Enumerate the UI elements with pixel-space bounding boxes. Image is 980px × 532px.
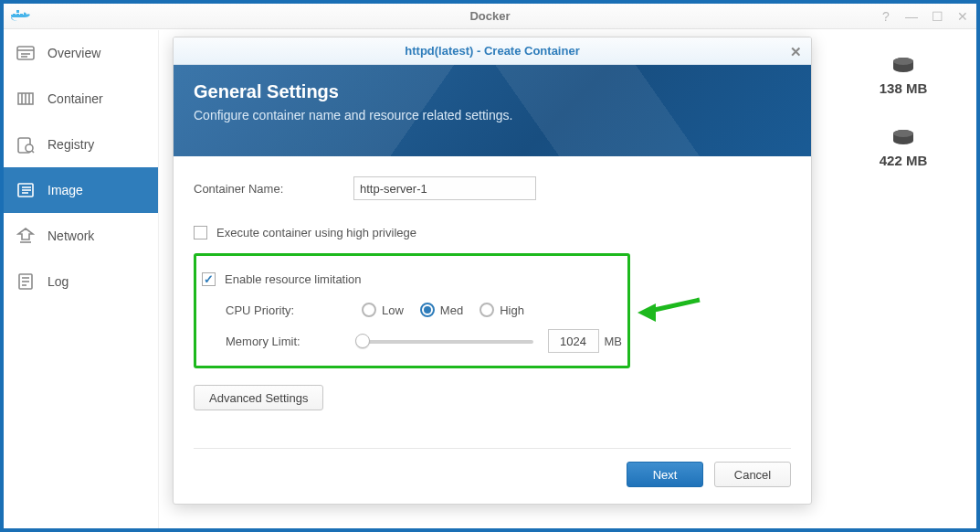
titlebar: Docker ? — ☐ ✕ (4, 4, 976, 29)
create-container-modal: httpd(latest) - Create Container ✕ Gener… (173, 37, 812, 505)
memory-limit-slider[interactable] (357, 334, 533, 348)
network-icon (16, 227, 35, 245)
modal-header-title: General Settings (194, 81, 791, 102)
svg-point-13 (26, 144, 33, 152)
cancel-button[interactable]: Cancel (714, 462, 791, 487)
stats-panel: 138 MB 422 MB (830, 40, 976, 185)
docker-whale-icon (11, 8, 31, 27)
log-icon (16, 272, 35, 291)
stat-value: 422 MB (880, 153, 928, 168)
modal-close-icon[interactable]: ✕ (790, 44, 802, 60)
close-icon[interactable]: ✕ (956, 10, 969, 23)
modal-header: General Settings Configure container nam… (174, 65, 811, 156)
app-window: Docker ? — ☐ ✕ Overview Container Regist… (0, 0, 980, 532)
sidebar-item-label: Log (47, 274, 68, 289)
modal-header-subtitle: Configure container name and resource re… (194, 108, 791, 122)
sidebar-item-network[interactable]: Network (4, 213, 158, 259)
svg-rect-4 (17, 47, 34, 59)
maximize-icon[interactable]: ☐ (931, 10, 943, 23)
next-button[interactable]: Next (627, 462, 703, 487)
sidebar-item-label: Network (47, 229, 94, 243)
sidebar-item-overview[interactable]: Overview (4, 30, 158, 76)
sidebar-item-log[interactable]: Log (4, 259, 158, 304)
sidebar-item-label: Image (47, 183, 83, 197)
memory-limit-input[interactable] (548, 329, 599, 353)
image-icon (16, 181, 35, 199)
resource-limitation-highlight: Enable resource limitation CPU Priority:… (194, 253, 630, 368)
svg-marker-19 (18, 229, 33, 239)
container-name-label: Container Name: (194, 182, 353, 196)
sidebar: Overview Container Registry Image Networ… (4, 30, 159, 528)
sidebar-item-image[interactable]: Image (4, 167, 158, 213)
svg-point-26 (893, 58, 913, 65)
stat-item: 422 MB (830, 112, 976, 185)
cpu-high-label: High (500, 303, 524, 317)
modal-title: httpd(latest) - Create Container (405, 44, 579, 58)
sidebar-item-label: Overview (47, 46, 100, 60)
modal-body: Container Name: Execute container using … (174, 156, 811, 410)
help-icon[interactable]: ? (880, 10, 892, 23)
cpu-priority-label: CPU Priority: (226, 303, 362, 317)
cpu-high-radio[interactable] (479, 303, 494, 317)
sidebar-item-container[interactable]: Container (4, 76, 158, 122)
sidebar-item-label: Registry (47, 137, 94, 152)
cpu-low-radio[interactable] (362, 303, 376, 317)
svg-line-29 (650, 300, 700, 311)
sidebar-item-label: Container (47, 91, 103, 106)
disk-icon (891, 57, 915, 75)
resource-limitation-label: Enable resource limitation (225, 272, 362, 286)
cpu-low-label: Low (382, 303, 404, 317)
overview-icon (16, 44, 35, 62)
memory-limit-unit: MB (605, 335, 623, 348)
container-icon (16, 90, 35, 108)
high-privilege-checkbox[interactable] (194, 226, 207, 239)
sidebar-item-registry[interactable]: Registry (4, 122, 158, 167)
minimize-icon[interactable]: — (905, 10, 918, 23)
svg-line-14 (32, 151, 34, 153)
memory-limit-label: Memory Limit: (226, 335, 357, 348)
resource-limitation-checkbox[interactable] (202, 272, 216, 286)
stat-item: 138 MB (830, 40, 976, 112)
modal-footer: Next Cancel (194, 448, 791, 487)
registry-icon (16, 135, 35, 154)
high-privilege-label: Execute container using high privilege (216, 226, 416, 239)
disk-icon (891, 129, 915, 147)
svg-marker-30 (638, 303, 656, 322)
advanced-settings-button[interactable]: Advanced Settings (194, 385, 323, 410)
modal-titlebar: httpd(latest) - Create Container ✕ (174, 37, 811, 65)
svg-point-28 (893, 130, 913, 137)
annotation-arrow-icon (638, 296, 701, 324)
cpu-med-label: Med (440, 303, 463, 317)
window-title: Docker (469, 9, 510, 23)
svg-rect-3 (16, 10, 19, 13)
cpu-med-radio[interactable] (420, 303, 435, 317)
container-name-input[interactable] (353, 176, 536, 200)
stat-value: 138 MB (880, 80, 928, 96)
